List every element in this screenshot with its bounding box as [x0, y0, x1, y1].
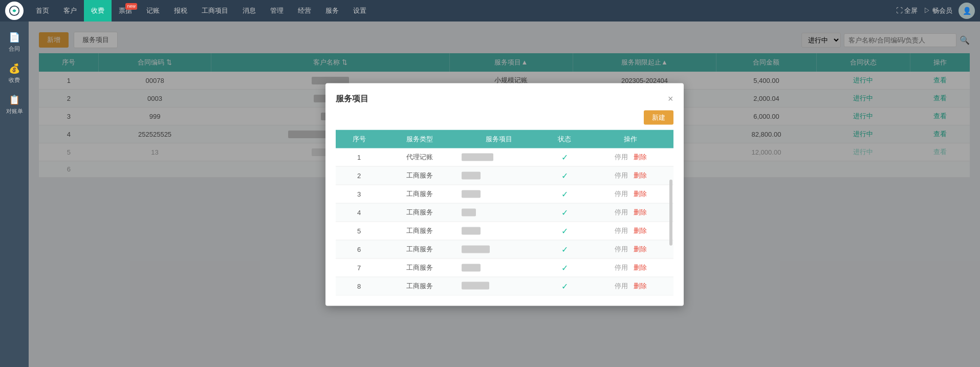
dialog-table-row: 5 工商服务 ████ ✓ 停用 删除: [336, 222, 673, 240]
disable-btn[interactable]: 停用: [615, 153, 628, 161]
avatar[interactable]: 👤: [959, 3, 975, 19]
dcell-seq: 7: [336, 258, 383, 277]
dcell-seq: 3: [336, 185, 383, 203]
dialog-close-button[interactable]: ×: [668, 93, 673, 104]
dcell-status: ✓: [541, 148, 588, 166]
dialog-table-row: 4 工商服务 ███ ✓ 停用 删除: [336, 203, 673, 222]
main-layout: 📄 合同 💰 收费 📋 对账单 新增 服务项目 进行中 已完成 已终止 �: [0, 21, 980, 367]
dcell-item: ██████: [456, 240, 541, 258]
dcell-item: ████: [456, 222, 541, 240]
dcell-type: 工商服务: [383, 203, 456, 222]
app-logo: [5, 2, 24, 20]
disable-btn[interactable]: 停用: [615, 171, 628, 179]
dcell-type: 代理记账: [383, 148, 456, 166]
disable-btn[interactable]: 停用: [615, 190, 628, 198]
dialog-table-row: 2 工商服务 ████ ✓ 停用 删除: [336, 166, 673, 185]
dcell-seq: 2: [336, 166, 383, 185]
dcell-seq: 5: [336, 222, 383, 240]
sidebar-item-label: 合同: [9, 45, 20, 53]
nav-invoice[interactable]: 票据 new: [112, 0, 139, 21]
nav-service[interactable]: 服务: [318, 0, 346, 21]
sidebar: 📄 合同 💰 收费 📋 对账单: [0, 21, 29, 367]
nav-operation[interactable]: 经营: [291, 0, 318, 21]
delete-btn[interactable]: 删除: [634, 245, 647, 253]
disable-btn[interactable]: 停用: [615, 264, 628, 271]
disable-btn[interactable]: 停用: [615, 208, 628, 216]
dcol-item: 服务项目: [456, 129, 541, 148]
dcell-type: 工商服务: [383, 185, 456, 203]
top-navigation: 首页 客户 收费 票据 new 记账 报税 工商项目 消息 管理 经营 服务 设…: [0, 0, 980, 21]
scrollbar[interactable]: [669, 179, 672, 246]
dcell-type: 工商服务: [383, 222, 456, 240]
dialog-scroll-area[interactable]: 序号 服务类型 服务项目 状态 操作 1 代理记账 ██████1 ✓ 停用 删…: [336, 129, 673, 295]
fullscreen-btn[interactable]: ⛶ 全屏: [896, 6, 918, 15]
dcell-item: ████: [456, 166, 541, 185]
dialog-toolbar: 新建: [336, 110, 673, 124]
disable-btn[interactable]: 停用: [615, 282, 628, 290]
nav-fee[interactable]: 收费: [84, 0, 112, 21]
nav-right: ⛶ 全屏 ▷ 畅会员 👤: [896, 3, 975, 19]
dialog-table-row: 3 工商服务 ████ ✓ 停用 删除: [336, 185, 673, 203]
dcell-status: ✓: [541, 185, 588, 203]
nav-settings[interactable]: 设置: [346, 0, 374, 21]
dcell-status: ✓: [541, 203, 588, 222]
dcell-type: 工商服务: [383, 258, 456, 277]
dcell-seq: 6: [336, 240, 383, 258]
dcol-action: 操作: [588, 129, 673, 148]
dcol-status: 状态: [541, 129, 588, 148]
dcol-seq: 序号: [336, 129, 383, 148]
dcell-action: 停用 删除: [588, 277, 673, 295]
sidebar-item-reconcile[interactable]: 📋 对账单: [0, 89, 29, 120]
dcell-status: ✓: [541, 277, 588, 295]
delete-btn[interactable]: 删除: [634, 227, 647, 234]
delete-btn[interactable]: 删除: [634, 190, 647, 198]
service-items-dialog: 服务项目 × 新建 序号 服务类型 服务项目 状态 操作: [325, 83, 684, 306]
nav-message[interactable]: 消息: [235, 0, 263, 21]
member-btn[interactable]: ▷ 畅会员: [924, 6, 952, 15]
dialog-new-button[interactable]: 新建: [644, 110, 673, 124]
dcell-seq: 8: [336, 277, 383, 295]
dcell-seq: 1: [336, 148, 383, 166]
delete-btn[interactable]: 删除: [634, 208, 647, 216]
dcell-item: ███注册: [456, 277, 541, 295]
dcell-type: 工商服务: [383, 277, 456, 295]
nav-bookkeeping[interactable]: 记账: [139, 0, 167, 21]
delete-btn[interactable]: 删除: [634, 264, 647, 271]
dcol-type: 服务类型: [383, 129, 456, 148]
dialog-header: 服务项目 ×: [336, 93, 673, 104]
nav-manage[interactable]: 管理: [263, 0, 291, 21]
dcell-seq: 4: [336, 203, 383, 222]
delete-btn[interactable]: 删除: [634, 153, 647, 161]
contract-icon: 📄: [9, 32, 20, 43]
content-area: 新增 服务项目 进行中 已完成 已终止 🔍 序号 合同编码 ⇅ 客户名称 ⇅ 服…: [29, 21, 980, 367]
fee-icon: 💰: [9, 63, 20, 74]
dcell-type: 工商服务: [383, 240, 456, 258]
dcell-status: ✓: [541, 258, 588, 277]
dcell-action: 停用 删除: [588, 222, 673, 240]
nav-tax[interactable]: 报税: [167, 0, 194, 21]
dialog-table-row: 1 代理记账 ██████1 ✓ 停用 删除: [336, 148, 673, 166]
dcell-action: 停用 删除: [588, 148, 673, 166]
sidebar-item-label: 收费: [9, 76, 20, 84]
dcell-action: 停用 删除: [588, 240, 673, 258]
dcell-item: ██████1: [456, 148, 541, 166]
sidebar-item-label: 对账单: [6, 107, 23, 115]
dcell-item: ████: [456, 185, 541, 203]
dcell-action: 停用 删除: [588, 185, 673, 203]
dialog-title: 服务项目: [336, 93, 368, 104]
dialog-table-row: 6 工商服务 ██████ ✓ 停用 删除: [336, 240, 673, 258]
disable-btn[interactable]: 停用: [615, 227, 628, 234]
new-badge: new: [125, 3, 137, 10]
delete-btn[interactable]: 删除: [634, 171, 647, 179]
dcell-status: ✓: [541, 166, 588, 185]
dcell-status: ✓: [541, 222, 588, 240]
sidebar-item-contract[interactable]: 📄 合同: [0, 27, 29, 58]
dcell-action: 停用 删除: [588, 203, 673, 222]
nav-home[interactable]: 首页: [29, 0, 56, 21]
delete-btn[interactable]: 删除: [634, 282, 647, 290]
disable-btn[interactable]: 停用: [615, 245, 628, 253]
nav-business[interactable]: 工商项目: [194, 0, 235, 21]
nav-customer[interactable]: 客户: [56, 0, 84, 21]
dialog-table-row: 7 工商服务 ████ ✓ 停用 删除: [336, 258, 673, 277]
sidebar-item-fee[interactable]: 💰 收费: [0, 58, 29, 89]
